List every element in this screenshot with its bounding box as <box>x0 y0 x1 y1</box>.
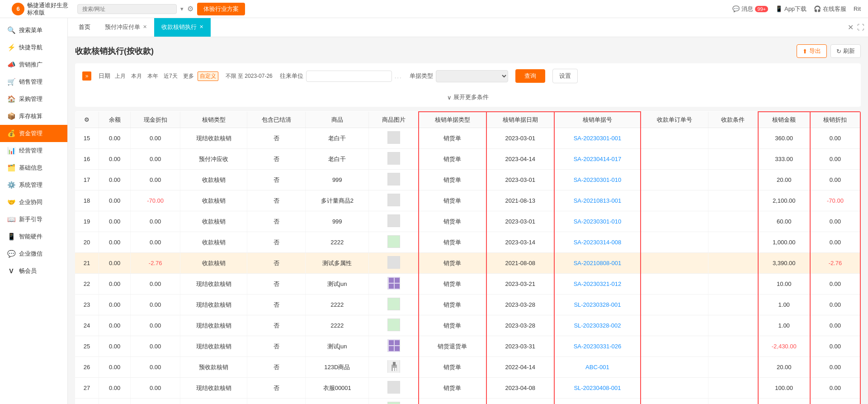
cell-type: 现结收款核销 <box>180 315 247 336</box>
sidebar-item-purchase[interactable]: 🏠 采购管理 <box>0 90 67 108</box>
sidebar-item-operations[interactable]: 📊 经营管理 <box>0 142 67 159</box>
cell-cancel-no[interactable]: SA-20210808-001 <box>554 253 641 274</box>
cell-receipt-no <box>641 128 708 149</box>
cancel-no-link[interactable]: SL-20230328-001 <box>574 301 621 308</box>
cell-settled: 否 <box>247 128 306 149</box>
sidebar-item-inventory[interactable]: 📦 库存核算 <box>0 108 67 125</box>
doctype-filter-select[interactable] <box>436 70 508 82</box>
date-btn-custom[interactable]: 自定义 <box>198 71 218 81</box>
cancel-no-link[interactable]: SA-20230414-017 <box>574 156 622 162</box>
expand-conditions-button[interactable]: ∨ 展开更多条件 <box>82 91 854 101</box>
tab-home[interactable]: 首页 <box>71 18 98 37</box>
cell-cancel-no[interactable]: SA-20230301-010 <box>554 211 641 232</box>
cell-cancel-date: 2022-04-14 <box>486 357 554 378</box>
cell-no: 20 <box>75 232 99 253</box>
sidebar-item-guide[interactable]: 📖 新手引导 <box>0 211 67 228</box>
cell-cancel-date: 2021-08-13 <box>486 190 554 211</box>
date-btn-more[interactable]: 更多 <box>181 71 196 81</box>
cancel-no-link[interactable]: SA-20230301-001 <box>574 135 622 142</box>
settings-gear-button[interactable]: ⚙ <box>187 5 193 13</box>
app-download-button[interactable]: 📱 App下载 <box>775 5 807 13</box>
cell-cancel-date: 2023-03-28 <box>486 295 554 315</box>
cell-cancel-no[interactable]: SA-20230314-008 <box>554 232 641 253</box>
sidebar-item-smart-hw[interactable]: 📱 智能硬件 <box>0 228 67 245</box>
svg-rect-7 <box>395 340 400 345</box>
sidebar-item-wechat[interactable]: 💬 企业微信 <box>0 245 67 262</box>
cancel-no-link[interactable]: ABC-001 <box>585 364 609 371</box>
sidebar-item-member[interactable]: V 畅会员 <box>0 262 67 280</box>
cell-receipt-no <box>641 399 708 404</box>
sidebar-item-sales[interactable]: 🛒 销售管理 <box>0 73 67 90</box>
book-icon: 📖 <box>7 215 15 223</box>
filter-collapse-button[interactable]: » <box>82 71 91 81</box>
cell-cancel-date: 2023-03-01 <box>486 170 554 190</box>
cancel-no-link[interactable]: SA-20230321-012 <box>574 280 622 287</box>
date-btn-this-month[interactable]: 本月 <box>129 71 144 81</box>
goods-thumbnail <box>387 298 400 310</box>
cancel-no-link[interactable]: SA-20230301-010 <box>574 218 622 225</box>
cancel-no-link[interactable]: SL-20230408-001 <box>574 385 621 391</box>
cell-cash-discount: 0.00 <box>131 378 180 399</box>
cell-cancel-no[interactable]: SL-20230418-001 <box>554 399 641 404</box>
url-bar[interactable] <box>77 4 177 14</box>
cancel-no-link[interactable]: SA-20230314-008 <box>574 239 622 246</box>
cancel-no-link[interactable]: SA-20230301-010 <box>574 176 622 183</box>
tab-close-all-icon[interactable]: ✕ <box>848 23 854 32</box>
sidebar-item-system[interactable]: ⚙️ 系统管理 <box>0 176 67 194</box>
cell-cancel-no[interactable]: SA-20230301-010 <box>554 170 641 190</box>
cell-cancel-no[interactable]: SL-20230328-002 <box>554 315 641 336</box>
tab-receivable[interactable]: 收款核销执行 ✕ <box>154 18 211 37</box>
industry-solution-button[interactable]: 体验行业方案 <box>197 3 245 15</box>
cell-cancel-no[interactable]: SA-20230331-026 <box>554 336 641 357</box>
cell-cancel-type: 销货单 <box>419 211 486 232</box>
col-balance-header: 余额 <box>99 112 130 128</box>
svg-rect-9 <box>395 346 400 351</box>
tab-prepay-close-icon[interactable]: ✕ <box>143 24 147 30</box>
party-filter-input[interactable] <box>306 71 392 82</box>
cell-cancel-no[interactable]: SA-20210813-001 <box>554 190 641 211</box>
cell-type: 现结收款核销 <box>180 128 247 149</box>
cell-cancel-discount: 0.00 <box>810 357 860 378</box>
goods-thumbnail <box>387 131 400 144</box>
sidebar-item-marketing[interactable]: 📣 营销推广 <box>0 56 67 73</box>
tab-expand-icon[interactable]: ⛶ <box>857 24 864 32</box>
cancel-no-link[interactable]: SA-20210813-001 <box>574 197 622 204</box>
cell-cancel-no[interactable]: ABC-001 <box>554 357 641 378</box>
tab-receivable-close-icon[interactable]: ✕ <box>199 24 203 30</box>
export-button[interactable]: ⬆ 导出 <box>797 44 827 58</box>
date-btn-this-year[interactable]: 本年 <box>146 71 160 81</box>
cell-cancel-amount: 100.00 <box>758 399 810 404</box>
date-btn-7days[interactable]: 近7天 <box>162 71 179 81</box>
cell-cancel-no[interactable]: SA-20230414-017 <box>554 149 641 170</box>
cell-no: 19 <box>75 211 99 232</box>
cell-cancel-type: 销货单 <box>419 399 486 404</box>
filter-settings-button[interactable]: 设置 <box>552 69 578 83</box>
refresh-button[interactable]: ↻ 刷新 <box>830 44 861 58</box>
cell-settled: 否 <box>247 211 306 232</box>
sidebar-item-finance[interactable]: 💰 资金管理 <box>0 125 67 142</box>
tab-prepay[interactable]: 预付冲应付单 ✕ <box>98 18 154 37</box>
cancel-no-link[interactable]: SA-20210808-001 <box>574 260 622 266</box>
sidebar-item-enterprise[interactable]: 🤝 企业协同 <box>0 194 67 211</box>
svg-rect-4 <box>395 284 400 289</box>
sidebar-item-quicknav[interactable]: ⚡ 快捷导航 <box>0 39 67 56</box>
messages-button[interactable]: 💬 消息 99+ <box>732 5 768 13</box>
cell-cancel-no[interactable]: SA-20230301-001 <box>554 128 641 149</box>
cell-cancel-no[interactable]: SL-20230408-001 <box>554 378 641 399</box>
sidebar-item-base-info[interactable]: 🗂️ 基础信息 <box>0 159 67 176</box>
phone-icon: 📱 <box>7 233 15 241</box>
cancel-no-link[interactable]: SA-20230331-026 <box>574 343 622 350</box>
sidebar-item-search[interactable]: 🔍 搜索菜单 <box>0 22 67 39</box>
cell-cancel-no[interactable]: SA-20230321-012 <box>554 274 641 295</box>
cell-cancel-date: 2023-04-18 <box>486 399 554 404</box>
user-label[interactable]: Rit <box>854 5 861 12</box>
cancel-no-link[interactable]: SL-20230328-002 <box>574 322 621 329</box>
col-settings-header[interactable]: ⚙ <box>75 112 99 128</box>
col-receipt-no-header: 收款单订单号 <box>641 112 708 128</box>
online-service-button[interactable]: 🎧 在线客服 <box>814 5 846 13</box>
cell-cancel-type: 销货退货单 <box>419 336 486 357</box>
query-button[interactable]: 查询 <box>515 69 545 83</box>
cell-cancel-discount: 0.00 <box>810 211 860 232</box>
date-btn-last-month[interactable]: 上月 <box>113 71 127 81</box>
cell-cancel-no[interactable]: SL-20230328-001 <box>554 295 641 315</box>
